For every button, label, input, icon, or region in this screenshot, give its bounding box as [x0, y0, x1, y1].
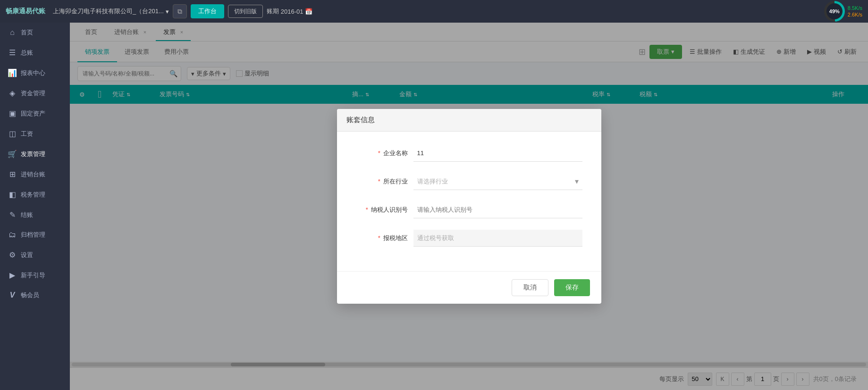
member-icon: V: [8, 291, 17, 299]
sidebar-item-reports[interactable]: 📊 报表中心: [0, 63, 70, 83]
network-status: 49% 8.5K/s 2.6K/s: [824, 1, 862, 22]
sidebar-item-label: 税务管理: [21, 191, 45, 199]
industry-label: * 所在行业: [356, 177, 408, 186]
cancel-button[interactable]: 取消: [512, 279, 548, 296]
sidebar-item-label: 固定资产: [21, 109, 45, 118]
page-body: 销项发票 进项发票 费用小票 ⊞ 取票 ▾ ☰ 批量: [70, 41, 868, 390]
company-name: 上海卯金刀电子科技有限公司_（台201...: [53, 7, 164, 16]
guide-icon: ▶: [8, 271, 17, 280]
company-selector[interactable]: 上海卯金刀电子科技有限公司_（台201... ▾: [53, 7, 169, 16]
settings-icon: ⚙: [8, 250, 17, 259]
save-button[interactable]: 保存: [554, 279, 590, 296]
industry-placeholder: 请选择行业: [417, 177, 448, 186]
speed-percent: 49%: [826, 3, 843, 19]
upload-speed: 8.5K/s: [848, 5, 862, 11]
sidebar-item-label: 总账: [21, 49, 33, 57]
sidebar-item-salary[interactable]: ◫ 工资: [0, 124, 70, 144]
chevron-down-icon[interactable]: ▾: [166, 8, 169, 15]
top-bar-right: 49% 8.5K/s 2.6K/s: [824, 1, 862, 22]
sidebar-item-label: 设置: [21, 251, 33, 259]
tax-region-label: * 报税地区: [356, 234, 408, 242]
tax-region-row: * 报税地区 通过税号获取: [356, 230, 582, 247]
sidebar-item-label: 进销台账: [21, 170, 45, 179]
copy-icon[interactable]: ⧉: [173, 4, 187, 18]
table-body: 账套信息 * 企业名称: [70, 104, 868, 362]
home-icon: ⌂: [8, 28, 17, 37]
main-layout: ⌂ 首页 ☰ 总账 📊 报表中心 ◈ 资金管理 ▣ 固定资产 ◫ 工资 🛒 发票…: [0, 23, 868, 390]
sidebar-item-purchase[interactable]: ⊞ 进销台账: [0, 164, 70, 184]
chevron-down-icon: ▾: [575, 177, 579, 186]
period-value: 2016-01: [281, 8, 303, 15]
sidebar-item-label: 报表中心: [21, 69, 45, 77]
sidebar-item-ledger[interactable]: ☰ 总账: [0, 42, 70, 63]
sidebar-item-invoice[interactable]: 🛒 发票管理: [0, 144, 70, 164]
reports-icon: 📊: [8, 68, 17, 77]
sidebar-item-label: 工资: [21, 130, 33, 138]
sidebar: ⌂ 首页 ☰ 总账 📊 报表中心 ◈ 资金管理 ▣ 固定资产 ◫ 工资 🛒 发票…: [0, 23, 70, 390]
sidebar-item-label: 发票管理: [21, 150, 45, 158]
company-name-input[interactable]: [413, 145, 582, 162]
sidebar-item-label: 结账: [21, 211, 33, 219]
industry-row: * 所在行业 请选择行业 ▾: [356, 173, 582, 190]
content-area: 首页 进销台账 × 发票 × 销项发票 进项发票 费用小: [70, 23, 868, 390]
modal-title: 账套信息: [337, 109, 601, 132]
top-bar-icons: ⧉: [173, 4, 187, 18]
company-name-label: * 企业名称: [356, 149, 408, 158]
purchase-icon: ⊞: [8, 170, 17, 179]
ledger-icon: ☰: [8, 48, 17, 57]
workbench-button[interactable]: 工作台: [191, 4, 224, 18]
archive-icon: 🗂: [8, 231, 17, 239]
period-label: 账期 2016-01 📅: [267, 7, 313, 16]
checkout-icon: ✎: [8, 210, 17, 219]
sidebar-item-member[interactable]: V 畅会员: [0, 285, 70, 305]
funds-icon: ◈: [8, 89, 17, 98]
tax-icon: ◧: [8, 190, 17, 199]
sidebar-item-funds[interactable]: ◈ 资金管理: [0, 83, 70, 103]
company-name-row: * 企业名称: [356, 145, 582, 162]
industry-select[interactable]: 请选择行业 ▾: [413, 173, 582, 190]
sidebar-item-checkout[interactable]: ✎ 结账: [0, 205, 70, 225]
sidebar-item-label: 归档管理: [21, 231, 45, 239]
sidebar-item-guide[interactable]: ▶ 新手引导: [0, 265, 70, 285]
speed-circle: 49%: [824, 1, 845, 22]
top-bar: 畅康通易代账 上海卯金刀电子科技有限公司_（台201... ▾ ⧉ 工作台 切到…: [0, 0, 868, 23]
sidebar-item-label: 资金管理: [21, 89, 45, 98]
modal-overlay: 账套信息 * 企业名称: [70, 104, 868, 362]
switch-old-button[interactable]: 切到旧版: [228, 5, 263, 18]
sidebar-item-home[interactable]: ⌂ 首页: [0, 23, 70, 42]
modal-footer: 取消 保存: [337, 271, 601, 304]
salary-icon: ◫: [8, 129, 17, 138]
sidebar-item-label: 新手引导: [21, 271, 45, 280]
sidebar-item-settings[interactable]: ⚙ 设置: [0, 245, 70, 265]
calendar-icon[interactable]: 📅: [305, 8, 312, 15]
download-speed: 2.6K/s: [848, 12, 862, 17]
sidebar-item-label: 首页: [21, 28, 33, 37]
account-info-modal: 账套信息 * 企业名称: [337, 109, 601, 304]
modal-body: * 企业名称 * 所在行业: [337, 132, 601, 271]
logo: 畅康通易代账: [6, 7, 45, 16]
speed-stats: 8.5K/s 2.6K/s: [848, 5, 862, 17]
tax-id-row: * 纳税人识别号: [356, 201, 582, 218]
sidebar-item-assets[interactable]: ▣ 固定资产: [0, 103, 70, 124]
assets-icon: ▣: [8, 109, 17, 118]
tax-id-input[interactable]: [413, 201, 582, 218]
tax-id-label: * 纳税人识别号: [356, 206, 408, 214]
tax-region-value: 通过税号获取: [413, 230, 582, 247]
sidebar-item-label: 畅会员: [21, 291, 39, 299]
sidebar-item-archive[interactable]: 🗂 归档管理: [0, 225, 70, 245]
sidebar-item-tax[interactable]: ◧ 税务管理: [0, 184, 70, 205]
invoice-icon: 🛒: [8, 149, 17, 158]
